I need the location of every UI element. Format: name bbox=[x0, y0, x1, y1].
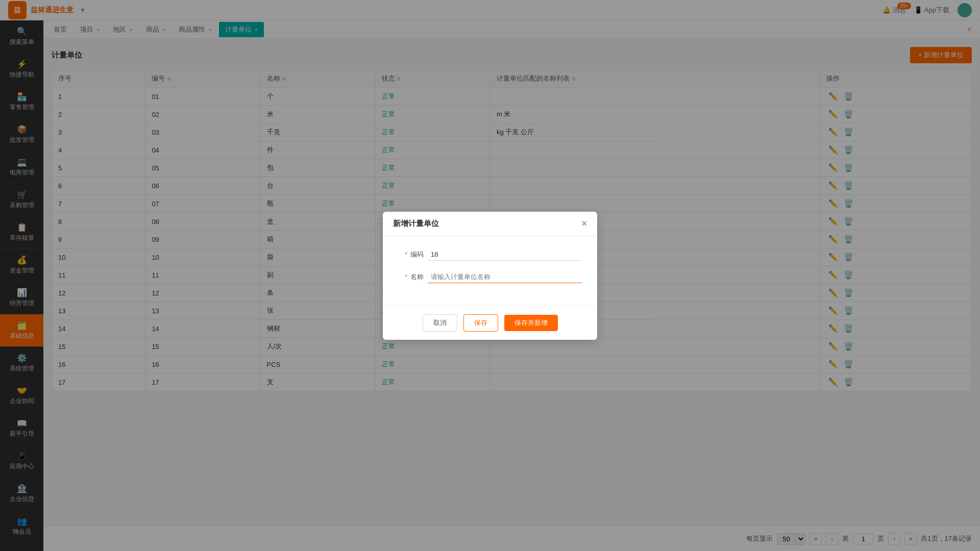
modal-body: * 编码 * 名称 bbox=[383, 236, 597, 306]
form-row-name: * 名称 bbox=[398, 271, 582, 283]
save-btn[interactable]: 保存 bbox=[463, 314, 498, 332]
form-row-code: * 编码 bbox=[398, 248, 582, 261]
modal-header: 新增计量单位 × bbox=[383, 212, 597, 236]
save-add-btn[interactable]: 保存并新增 bbox=[504, 315, 558, 331]
required-star-code: * bbox=[405, 251, 407, 258]
code-input[interactable] bbox=[428, 248, 582, 261]
modal-add-unit: 新增计量单位 × * 编码 * 名称 取消 保存 保存并新增 bbox=[383, 212, 597, 340]
modal-overlay[interactable]: 新增计量单位 × * 编码 * 名称 取消 保存 保存并新增 bbox=[0, 0, 980, 551]
modal-close-btn[interactable]: × bbox=[581, 219, 587, 228]
cancel-btn[interactable]: 取消 bbox=[423, 314, 457, 332]
name-input[interactable] bbox=[428, 271, 582, 283]
modal-footer: 取消 保存 保存并新增 bbox=[383, 306, 597, 340]
name-label: * 名称 bbox=[398, 272, 424, 282]
required-star-name: * bbox=[405, 273, 407, 281]
modal-title: 新增计量单位 bbox=[393, 219, 439, 229]
code-label: * 编码 bbox=[398, 250, 424, 259]
